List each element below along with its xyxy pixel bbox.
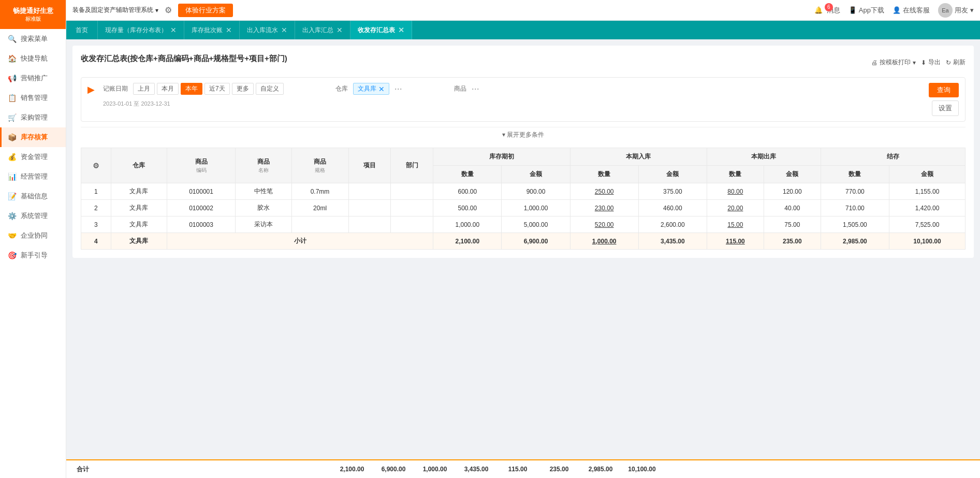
messages-btn[interactable]: 🔔 6 消息	[814, 6, 840, 15]
cell-out-qty-2[interactable]: 15.00	[707, 216, 764, 233]
th-group-in: 本期入库	[570, 148, 707, 166]
th-goods-spec: 商品规格	[291, 148, 348, 183]
date-btn-1[interactable]: 本月	[157, 83, 179, 95]
tab-close-1[interactable]: ✕	[170, 26, 177, 34]
cell-spec-2	[291, 216, 348, 233]
th-department: 部门	[391, 148, 433, 183]
settings-gear-icon[interactable]: ⚙	[165, 5, 172, 15]
cell-out-amt-1: 40.00	[764, 200, 821, 216]
sidebar-item-sales[interactable]: 📋销售管理	[0, 88, 66, 108]
date-btn-2[interactable]: 本年	[181, 83, 202, 95]
cell-spec-1: 20ml	[291, 200, 348, 216]
date-btn-4[interactable]: 更多	[232, 83, 254, 95]
sidebar-label-search: 搜索菜单	[21, 34, 48, 44]
th-balance-amt: 金额	[889, 166, 966, 183]
filter-toggle-btn[interactable]: ▶	[87, 84, 95, 95]
trial-btn[interactable]: 体验行业方案	[178, 4, 233, 17]
cell-in-qty-0[interactable]: 250.00	[570, 183, 638, 200]
app-name: 畅捷通好生意	[13, 7, 53, 16]
subtotal-out-qty[interactable]: 115.00	[707, 233, 764, 250]
tab-3[interactable]: 出入库流水✕	[240, 21, 295, 39]
export-label: 导出	[928, 58, 941, 67]
app-subtitle: 标准版	[13, 16, 53, 22]
cell-balance-amt-0: 1,155.00	[889, 183, 966, 200]
sidebar-icon-marketing: 📢	[8, 74, 17, 82]
ft-out-amt: 235.00	[538, 466, 580, 473]
dropdown-icon: ▾	[155, 7, 158, 14]
print-btn[interactable]: 🖨 按模板打印 ▾	[871, 58, 916, 67]
date-btn-5[interactable]: 自定义	[256, 83, 284, 95]
username: 用友	[955, 6, 968, 15]
setting-btn[interactable]: 设置	[932, 100, 959, 116]
subtotal-balance-amt: 10,100.00	[889, 233, 966, 250]
subtotal-row: 4 文具库 小计 2,100.00 6,900.00 1,000.00 3,43…	[81, 233, 966, 250]
sidebar-item-inventory[interactable]: 📦库存核算	[0, 127, 66, 147]
cell-opening-amt-0: 900.00	[502, 183, 570, 200]
sidebar-item-finance[interactable]: 💰资金管理	[0, 147, 66, 167]
tab-2[interactable]: 库存批次账✕	[184, 21, 240, 39]
cell-out-qty-1[interactable]: 20.00	[707, 200, 764, 216]
sidebar-item-basic[interactable]: 📝基础信息	[0, 186, 66, 206]
cell-in-qty-1[interactable]: 230.00	[570, 200, 638, 216]
filter-bar: ▶ 记账日期 上月本月本年近7天更多自定义 仓库 文具库 ✕ ··· 商品 ··…	[81, 77, 966, 122]
refresh-btn[interactable]: ↻ 刷新	[946, 58, 966, 67]
system-title-dropdown[interactable]: 装备及固定资产辅助管理系统 ▾	[72, 6, 158, 15]
online-service-label: 在线客服	[903, 6, 930, 15]
date-filter-label: 记账日期	[103, 84, 128, 93]
tab-5[interactable]: 收发存汇总表✕	[350, 21, 412, 39]
cell-balance-qty-0: 770.00	[821, 183, 889, 200]
warehouse-tag-remove[interactable]: ✕	[378, 85, 385, 93]
date-btn-3[interactable]: 近7天	[204, 83, 230, 95]
cell-out-qty-0[interactable]: 80.00	[707, 183, 764, 200]
sidebar-item-marketing[interactable]: 📢营销推广	[0, 68, 66, 88]
tab-close-5[interactable]: ✕	[398, 26, 404, 34]
goods-filter-label: 商品	[454, 84, 466, 93]
warehouse-tag: 文具库 ✕	[353, 83, 389, 95]
ft-opening-amt: 6,900.00	[373, 466, 414, 473]
th-goods-name: 商品名称	[236, 148, 291, 183]
subtotal-in-amt: 3,435.00	[638, 233, 707, 250]
sidebar-icon-guide: 🎯	[8, 251, 17, 259]
th-group-balance: 结存	[821, 148, 965, 166]
warehouse-filter-label: 仓库	[335, 84, 348, 93]
sidebar-item-purchase[interactable]: 🛒采购管理	[0, 108, 66, 127]
date-btn-0[interactable]: 上月	[133, 83, 155, 95]
query-btn[interactable]: 查询	[929, 83, 959, 97]
subtotal-warehouse: 文具库	[111, 233, 167, 250]
cell-in-qty-2[interactable]: 520.00	[570, 216, 638, 233]
sidebar-item-enterprise[interactable]: 🤝企业协同	[0, 226, 66, 245]
sidebar-icon-inventory: 📦	[8, 133, 17, 141]
expand-icon: ▾	[502, 131, 505, 138]
cell-warehouse-2: 文具库	[111, 216, 167, 233]
th-settings[interactable]: ⚙	[81, 148, 111, 183]
warehouse-more[interactable]: ···	[394, 83, 402, 94]
tab-4[interactable]: 出入库汇总✕	[295, 21, 350, 39]
sidebar-label-sales: 销售管理	[21, 93, 48, 103]
expand-more-btn[interactable]: ▾ 展开更多条件	[81, 127, 966, 142]
online-service-btn[interactable]: 👤 在线客服	[893, 6, 930, 15]
avatar: Ea	[938, 3, 953, 18]
subtotal-balance-qty: 2,985.00	[821, 233, 889, 250]
sidebar-item-quick-nav[interactable]: 🏠快捷导航	[0, 49, 66, 68]
tab-close-2[interactable]: ✕	[226, 26, 232, 34]
sidebar-icon-enterprise: 🤝	[8, 231, 17, 240]
tab-close-4[interactable]: ✕	[337, 26, 343, 34]
export-btn[interactable]: ⬇ 导出	[921, 58, 941, 67]
tab-1[interactable]: 现存量（库存分布表）✕	[98, 21, 184, 39]
app-download-btn[interactable]: 📱 App下载	[849, 6, 884, 15]
sidebar-item-guide[interactable]: 🎯新手引导	[0, 245, 66, 265]
subtotal-label: 小计	[167, 233, 433, 250]
sidebar-label-marketing: 营销推广	[21, 74, 48, 83]
tab-0[interactable]: 首页	[66, 21, 98, 39]
sidebar-item-operation[interactable]: 📊经营管理	[0, 167, 66, 186]
sidebar-item-system[interactable]: ⚙️系统管理	[0, 206, 66, 226]
subtotal-in-qty[interactable]: 1,000.00	[570, 233, 638, 250]
goods-more[interactable]: ···	[472, 83, 479, 94]
ft-out-qty: 115.00	[497, 466, 538, 473]
sidebar-item-search[interactable]: 🔍搜索菜单	[0, 29, 66, 49]
tab-label-1: 现存量（库存分布表）	[105, 26, 167, 35]
user-menu[interactable]: Ea 用友 ▾	[938, 3, 974, 18]
cell-warehouse-0: 文具库	[111, 183, 167, 200]
tab-close-3[interactable]: ✕	[281, 26, 287, 34]
filter-row-date: 记账日期 上月本月本年近7天更多自定义 仓库 文具库 ✕ ··· 商品 ···	[103, 83, 479, 95]
